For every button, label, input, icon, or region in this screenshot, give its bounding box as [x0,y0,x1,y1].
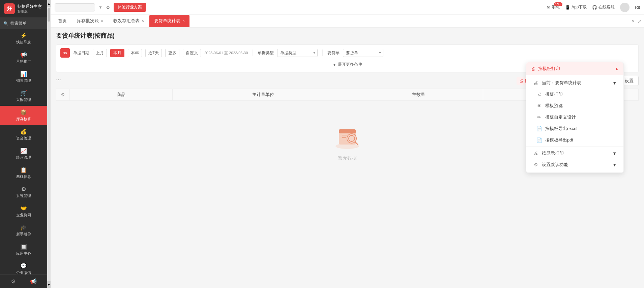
sidebar-item-finance[interactable]: 💰 资金管理 [0,125,47,144]
tab-order-stats[interactable]: 要货单统计表 × [149,15,189,27]
tab-batch-ledger-close[interactable]: × [101,19,103,23]
display-print-left: 🖨 按显示打印 [533,150,564,156]
tab-order-stats-label: 要货单统计表 [154,18,180,24]
tab-collection-summary[interactable]: 收发存汇总表 × [109,15,149,27]
message-btn[interactable]: ✉ 消息 99+ [547,4,560,10]
sidebar-item-sales[interactable]: 📊 销售管理 [0,67,47,87]
goods-select-wrapper: 要货单 [343,49,383,57]
filter-divider [253,50,253,56]
collab-icon: 🤝 [20,205,27,212]
template-preview-label: 模板预览 [545,103,563,109]
sidebar-item-basic[interactable]: 📋 基础信息 [0,163,47,183]
sidebar-item-system[interactable]: ⚙ 系统管理 [0,183,47,202]
sidebar-item-guide[interactable]: 🎓 新手引导 [0,221,47,240]
sidebar-scrollbar[interactable]: ▲ ▼ [47,0,51,288]
tab-collection-summary-label: 收发存汇总表 [113,18,140,24]
online-service-btn[interactable]: 🎧 在线客服 [592,4,615,10]
template-print-item[interactable]: 🖨 模板打印 [526,89,623,100]
tab-collection-summary-close[interactable]: × [142,19,144,23]
sidebar-item-inventory[interactable]: 📦 库存核算 [0,106,47,125]
table-settings-icon[interactable]: ⚙ [61,92,65,97]
sidebar-item-label: 企业协同 [16,213,31,218]
tabs-bar: 首页 库存批次账 × 收发存汇总表 × 要货单统计表 × × ⤢ [51,15,644,28]
date-btn-more[interactable]: 更多 [165,49,179,57]
sidebar-item-quick-nav[interactable]: ⚡ 快捷导航 [0,29,47,48]
page-title: 要货单统计表(按商品) [56,32,639,40]
filter-expand-btn[interactable]: ≫ [60,48,70,58]
dropdown-header[interactable]: 🖨 按模板打印 ▲ [526,62,623,75]
topbar-gear-icon[interactable]: ⚙ [106,5,110,10]
template-preview-item[interactable]: 👁 模板预览 [526,100,623,111]
goods-select[interactable]: 要货单 [343,49,383,57]
date-btn-last-month[interactable]: 上月 [93,49,107,57]
sidebar-item-collab[interactable]: 🤝 企业协同 [0,202,47,221]
topbar-search-input[interactable] [55,3,95,11]
template-excel-label: 按模板导出excel [545,126,577,132]
service-icon: 🎧 [592,5,597,10]
set-default-item[interactable]: ⚙ 设置默认功能 ▼ [526,159,623,170]
sidebar-item-label: 营销推广 [16,59,31,64]
window-max-btn[interactable]: ⤢ [637,19,641,24]
operations-icon: 📈 [20,148,27,154]
sidebar-item-label: 资金管理 [16,136,31,141]
current-template-item[interactable]: 🖨 当前：要货单统计表 ▼ [526,77,623,89]
svg-rect-2 [339,129,356,133]
user-avatar[interactable] [620,3,630,12]
tab-home-label: 首页 [58,18,67,24]
sidebar-item-operations[interactable]: 📈 经营管理 [0,144,47,163]
template-excel-icon: 📄 [536,126,542,131]
sidebar-item-appstore[interactable]: 🔲 应用中心 [0,240,47,259]
tab-home[interactable]: 首页 [53,15,71,27]
window-close-btn[interactable]: × [632,19,635,24]
display-print-item[interactable]: 🖨 按显示打印 ▼ [526,148,623,159]
template-pdf-item[interactable]: 📄 按模板导出pdf [526,134,623,146]
app-download-btn[interactable]: 📱 App下载 [565,4,587,10]
dropdown-collapse-icon: ▲ [615,66,619,71]
template-print-icon: 🖨 [536,92,542,97]
sidebar-settings-icon[interactable]: ⚙ [11,278,16,285]
scroll-up-btn[interactable]: ▲ [47,0,51,7]
expand-more-btn[interactable]: ▼ 展开更多条件 [328,60,366,69]
more-actions-btn[interactable]: ··· [56,76,61,83]
sidebar-item-label: 企业微信 [16,270,31,275]
date-btn-this-year[interactable]: 本年 [128,49,142,57]
topbar-right: ✉ 消息 99+ 📱 App下载 🎧 在线客服 Rit [547,3,640,12]
template-design-label: 模板自定义设计 [545,114,576,120]
template-excel-item[interactable]: 📄 按模板导出excel [526,123,623,134]
username-label: Rit [635,5,640,10]
sidebar-sound-icon[interactable]: 📢 [30,278,37,285]
sidebar-item-wechat[interactable]: 💬 企业微信 [0,259,47,275]
template-design-item[interactable]: ✏ 模板自定义设计 [526,111,623,123]
sidebar-bottom: ⚙ 📢 [0,275,47,288]
template-pdf-label: 按模板导出pdf [545,137,573,143]
topbar-dropdown-icon[interactable]: ▼ [98,5,103,10]
template-pdf-icon: 📄 [536,137,542,143]
date-btn-custom[interactable]: 自定义 [183,49,201,57]
sidebar-item-label: 系统管理 [16,193,31,198]
sidebar-item-marketing[interactable]: 📢 营销推广 [0,48,47,67]
filter-row: ≫ 单据日期 上月 本月 本年 近7天 更多 自定义 2023-06-01 至 … [60,48,634,58]
sidebar-item-label: 库存核算 [16,117,31,122]
scroll-down-btn[interactable]: ▼ [47,281,51,288]
logo-name: 畅捷通好生意 [18,4,42,9]
app-download-label: App下载 [572,4,587,10]
type-select[interactable]: 单据类型 [277,49,318,57]
sidebar-search-btn[interactable]: 🔍 搜索菜单 [0,18,47,29]
sidebar-logo: 好 畅捷通好生意 标准版 [0,0,47,18]
sidebar-item-purchase[interactable]: 🛒 采购管理 [0,87,47,106]
industry-button[interactable]: 体验行业方案 [114,3,146,12]
inventory-icon: 📦 [20,109,27,116]
date-range-display: 2023-06-01 至 2023-06-30 [204,51,248,56]
topbar: ▼ ⚙ 体验行业方案 ✉ 消息 99+ 📱 App下载 🎧 在线客服 Rit [51,0,644,15]
template-design-icon: ✏ [536,115,542,120]
date-btn-this-month[interactable]: 本月 [110,49,124,57]
tab-batch-ledger[interactable]: 库存批次账 × [72,15,108,27]
guide-icon: 🎓 [20,224,27,231]
sidebar-item-label: 销售管理 [16,78,31,83]
tab-order-stats-close[interactable]: × [182,19,185,23]
system-icon: ⚙ [21,186,26,192]
filter-divider-2 [322,50,323,56]
date-btn-7days[interactable]: 近7天 [145,49,162,57]
dropdown-header-left: 🖨 按模板打印 [531,66,560,72]
sidebar: 好 畅捷通好生意 标准版 🔍 搜索菜单 ⚡ 快捷导航 📢 营销推广 📊 销售管理… [0,0,47,288]
